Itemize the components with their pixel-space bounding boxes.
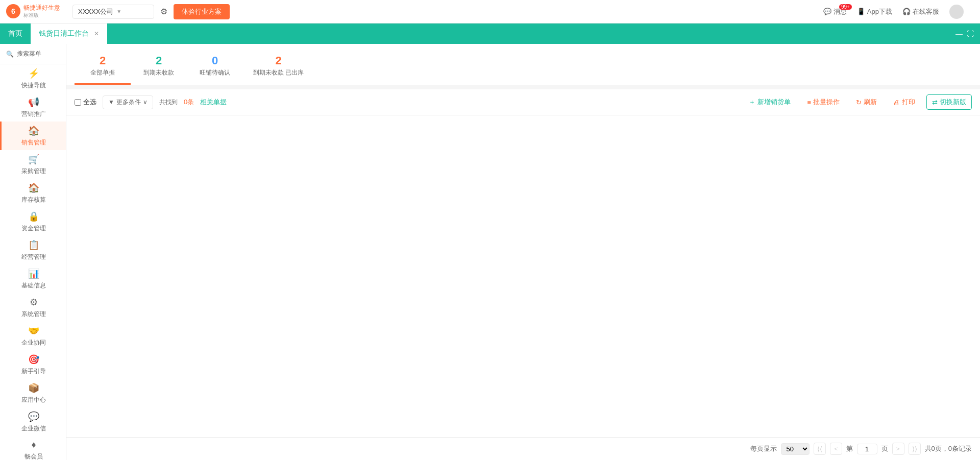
sidebar-item-inventory[interactable]: 🏠 库存核算 xyxy=(0,179,66,207)
stat-number-all: 2 xyxy=(85,54,120,67)
maximize-icon[interactable]: ⛶ xyxy=(967,30,974,38)
search-menu-label: 搜索菜单 xyxy=(17,50,41,58)
sidebar-item-quick-nav[interactable]: ⚡ 快捷导航 xyxy=(0,64,66,93)
pagination: 每页显示 50 100 200 ⟨⟨ ＜ 第 页 ＞ ⟩⟩ 共0页，0条记录 xyxy=(66,437,980,460)
table-area xyxy=(66,115,980,437)
total-records: 共0页，0条记录 xyxy=(925,444,972,453)
switch-label: 切换新版 xyxy=(940,98,966,107)
sidebar-label-finance: 资金管理 xyxy=(21,224,46,233)
search-icon: 🔍 xyxy=(6,51,14,58)
company-selector[interactable]: XXXXX公司 ▼ xyxy=(72,5,154,19)
sidebar-label-quick-nav: 快捷导航 xyxy=(21,81,46,90)
message-item[interactable]: 💬 消息 99+ xyxy=(823,7,847,16)
found-link[interactable]: 相关单据 xyxy=(200,98,227,107)
guide-icon: 🎯 xyxy=(28,354,39,365)
switch-version-button[interactable]: ⇄ 切换新版 xyxy=(926,94,972,110)
top-header: 6 畅捷通好生意 标准版 XXXXX公司 ▼ ⚙ 体验行业方案 💬 消息 99+… xyxy=(0,0,980,23)
sidebar-label-member: 畅会员 xyxy=(24,452,43,460)
sidebar-label-purchase: 采购管理 xyxy=(21,167,46,176)
stat-number-overdue-shipped: 2 xyxy=(253,54,304,67)
marketing-icon: 📢 xyxy=(28,96,39,108)
sidebar-item-purchase[interactable]: 🛒 采购管理 xyxy=(0,150,66,179)
first-page-button[interactable]: ⟨⟨ xyxy=(814,443,826,455)
logo-icon: 6 xyxy=(6,4,20,18)
minimize-icon[interactable]: — xyxy=(955,30,963,38)
sidebar-label-enterprise: 企业协同 xyxy=(21,338,46,347)
logo-area: 6 畅捷通好生意 标准版 xyxy=(6,4,72,18)
chevron-icon: ∨ xyxy=(143,99,148,106)
search-menu[interactable]: 🔍 搜索菜单 xyxy=(0,44,66,64)
sidebar-item-system[interactable]: ⚙ 系统管理 xyxy=(0,293,66,322)
per-page-label: 每页显示 xyxy=(750,444,777,453)
system-icon: ⚙ xyxy=(30,297,38,308)
refresh-button[interactable]: ↻ 刷新 xyxy=(851,95,882,109)
page-prefix: 第 xyxy=(846,444,853,453)
trial-button[interactable]: 体验行业方案 xyxy=(174,4,230,19)
main-layout: 🔍 搜索菜单 ⚡ 快捷导航 📢 营销推广 🏠 销售管理 🛒 采购管理 🏠 库存核… xyxy=(0,44,980,460)
sidebar-item-basic-info[interactable]: 📊 基础信息 xyxy=(0,264,66,293)
batch-btn-label: 批量操作 xyxy=(813,98,840,107)
online-service-item[interactable]: 🎧 在线客服 xyxy=(902,7,939,16)
checkbox-input[interactable] xyxy=(75,99,81,106)
app-download-label: App下载 xyxy=(867,7,892,16)
basic-info-icon: 📊 xyxy=(28,268,39,279)
per-page-select[interactable]: 50 100 200 xyxy=(781,443,810,455)
company-name: XXXXX公司 xyxy=(78,7,113,16)
sidebar-label-wechat: 企业微信 xyxy=(21,424,46,433)
sidebar-item-wechat[interactable]: 💬 企业微信 xyxy=(0,407,66,436)
app-center-icon: 📦 xyxy=(28,382,39,394)
sidebar-item-guide[interactable]: 🎯 新手引导 xyxy=(0,350,66,379)
tab-home[interactable]: 首页 xyxy=(0,23,31,44)
sidebar-item-sales[interactable]: 🏠 销售管理 xyxy=(0,122,66,150)
prev-page-button[interactable]: ＜ xyxy=(830,443,842,455)
sidebar-label-app-center: 应用中心 xyxy=(21,396,46,404)
stat-tab-overdue[interactable]: 2 到期未收款 xyxy=(131,50,187,85)
purchase-icon: 🛒 xyxy=(28,154,39,165)
toolbar-right: ＋ 新增销货单 ≡ 批量操作 ↻ 刷新 🖨 打印 ⇄ 切换新版 xyxy=(744,94,972,110)
operation-icon: 📋 xyxy=(28,239,39,251)
sidebar-item-marketing[interactable]: 📢 营销推广 xyxy=(0,93,66,122)
app-download-item[interactable]: 📱 App下载 xyxy=(857,7,892,16)
avatar[interactable] xyxy=(949,5,964,19)
next-page-button[interactable]: ＞ xyxy=(892,443,904,455)
message-icon: 💬 xyxy=(823,8,831,15)
settings-icon[interactable]: ⚙ xyxy=(160,7,167,16)
enterprise-icon: 🤝 xyxy=(28,325,39,336)
work-tab-label: 钱货日清工作台 xyxy=(39,29,89,38)
page-suffix: 页 xyxy=(881,444,888,453)
toolbar: 全选 ▼ 更多条件 ∨ 共找到 0条 相关单据 ＋ 新增销货单 ≡ 批量操作 xyxy=(66,89,980,115)
stat-tab-all[interactable]: 2 全部单据 xyxy=(75,50,131,85)
tab-close-icon[interactable]: ✕ xyxy=(94,30,99,37)
print-button[interactable]: 🖨 打印 xyxy=(888,95,920,109)
stat-tab-pending[interactable]: 0 旺铺待确认 xyxy=(187,50,243,85)
inventory-icon: 🏠 xyxy=(28,182,39,193)
print-label: 打印 xyxy=(902,98,915,107)
nav-actions: — ⛶ xyxy=(955,30,980,38)
stat-number-overdue: 2 xyxy=(141,54,177,67)
sidebar-item-operation[interactable]: 📋 经营管理 xyxy=(0,236,66,264)
last-page-button[interactable]: ⟩⟩ xyxy=(909,443,921,455)
add-sales-order-button[interactable]: ＋ 新增销货单 xyxy=(744,95,796,109)
logo-badge: 标准版 xyxy=(23,12,60,19)
select-all-checkbox[interactable]: 全选 xyxy=(75,98,96,107)
print-icon: 🖨 xyxy=(893,99,900,106)
service-icon: 🎧 xyxy=(902,8,911,15)
page-number-input[interactable] xyxy=(857,444,877,454)
sidebar-item-enterprise[interactable]: 🤝 企业协同 xyxy=(0,322,66,350)
chevron-down-icon: ▼ xyxy=(116,9,121,14)
batch-operation-button[interactable]: ≡ 批量操作 xyxy=(802,95,845,109)
sidebar-item-member[interactable]: ♦ 畅会员 xyxy=(0,436,66,460)
tab-work[interactable]: 钱货日清工作台 ✕ xyxy=(31,23,107,44)
select-all-label: 全选 xyxy=(83,98,96,107)
member-icon: ♦ xyxy=(31,440,36,450)
header-right: 💬 消息 99+ 📱 App下载 🎧 在线客服 xyxy=(823,5,974,19)
nav-tabs: 首页 钱货日清工作台 ✕ — ⛶ xyxy=(0,23,980,44)
stat-tab-overdue-shipped[interactable]: 2 到期未收款 已出库 xyxy=(243,50,314,85)
refresh-icon: ↻ xyxy=(856,99,862,106)
filter-icon: ▼ xyxy=(108,99,114,106)
home-tab-label: 首页 xyxy=(8,29,22,38)
filter-button[interactable]: ▼ 更多条件 ∨ xyxy=(103,95,153,109)
sidebar-item-finance[interactable]: 🔒 资金管理 xyxy=(0,207,66,236)
refresh-label: 刷新 xyxy=(864,98,877,107)
sidebar-item-app-center[interactable]: 📦 应用中心 xyxy=(0,379,66,407)
